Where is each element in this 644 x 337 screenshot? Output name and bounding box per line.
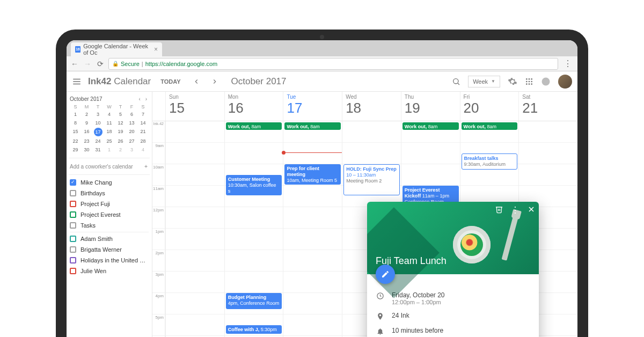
calendar-row[interactable]: Project Fuji: [70, 201, 149, 207]
minicalendar-day[interactable]: 10: [92, 119, 104, 127]
notifications-icon[interactable]: [541, 77, 551, 86]
calendar-event[interactable]: Prep for client meeting10am, Meeting Roo…: [284, 164, 341, 185]
day-header[interactable]: Sun15: [165, 92, 224, 121]
settings-icon[interactable]: [508, 77, 517, 86]
calendar-row[interactable]: Mike Chang: [70, 179, 149, 186]
minicalendar-day[interactable]: 14: [137, 119, 149, 127]
hamburger-icon[interactable]: [72, 77, 82, 86]
minicalendar-day[interactable]: 26: [115, 137, 126, 145]
minicalendar-day[interactable]: 5: [115, 111, 126, 118]
minicalendar-day[interactable]: 28: [137, 137, 149, 145]
search-icon[interactable]: [452, 77, 460, 86]
minicalendar-day[interactable]: 30: [81, 146, 92, 153]
minicalendar-day[interactable]: 9: [81, 119, 92, 127]
event-edit-button[interactable]: [376, 265, 395, 284]
calendar-checkbox[interactable]: [70, 268, 76, 274]
calendar-checkbox[interactable]: [70, 257, 76, 263]
minicalendar-day[interactable]: 27: [126, 137, 137, 145]
view-select[interactable]: Week ▼: [468, 76, 500, 87]
minicalendar-day[interactable]: 7: [137, 111, 149, 118]
minicalendar-day[interactable]: 13: [126, 119, 137, 127]
calendar-checkbox[interactable]: [70, 211, 76, 218]
calendar-row[interactable]: Adam Smith: [70, 236, 149, 242]
day-column[interactable]: [165, 121, 224, 337]
minicalendar-day[interactable]: 20: [126, 128, 137, 136]
event-more-icon[interactable]: ⋮: [511, 205, 519, 215]
today-button[interactable]: TODAY: [157, 76, 184, 87]
minicalendar-day[interactable]: 12: [115, 119, 126, 127]
minicalendar-day[interactable]: 3: [92, 111, 104, 118]
calendar-event[interactable]: Breakfast talks9:30am, Auditorium: [462, 153, 518, 170]
minicalendar-day[interactable]: 19: [115, 128, 126, 136]
calendar-checkbox[interactable]: [70, 246, 76, 253]
day-header[interactable]: Tue17: [283, 92, 342, 121]
reload-icon[interactable]: ⟳: [96, 59, 105, 69]
calendar-row[interactable]: Holidays in the United States: [70, 257, 149, 263]
event-close-icon[interactable]: [527, 205, 536, 215]
add-calendar-plus-icon[interactable]: ＋: [143, 163, 149, 170]
browser-tab[interactable]: 16 Google Calendar - Week of Oc ×: [71, 42, 162, 56]
minicalendar-day[interactable]: 17: [94, 128, 103, 136]
day-header[interactable]: Wed18: [342, 92, 401, 121]
calendar-checkbox[interactable]: [70, 222, 76, 229]
calendar-event[interactable]: Work out, 8am: [462, 122, 518, 130]
prev-period-icon[interactable]: [191, 78, 202, 85]
minicalendar-day[interactable]: 4: [104, 111, 115, 118]
apps-icon[interactable]: [525, 77, 533, 86]
next-period-icon[interactable]: [209, 78, 221, 85]
event-delete-icon[interactable]: [495, 205, 503, 215]
minicalendar-day[interactable]: 2: [115, 146, 126, 153]
calendar-row[interactable]: Brigatta Werner: [70, 246, 149, 253]
user-avatar[interactable]: [558, 75, 572, 89]
minicalendar-prev-icon[interactable]: ‹: [137, 96, 142, 102]
tab-close-icon[interactable]: ×: [154, 46, 158, 53]
forward-icon[interactable]: →: [83, 59, 92, 69]
calendar-row[interactable]: Birthdays: [70, 190, 149, 196]
calendar-event[interactable]: Work out, 8am: [402, 122, 459, 130]
day-column[interactable]: Work out, 8amPrep for client meeting10am…: [283, 121, 342, 337]
minicalendar-day[interactable]: 6: [126, 111, 137, 118]
back-icon[interactable]: ←: [70, 59, 79, 69]
minicalendar-day[interactable]: 22: [70, 137, 81, 145]
minicalendar-day[interactable]: 1: [70, 111, 81, 118]
calendar-row[interactable]: Julie Wen: [70, 268, 149, 274]
calendar-event[interactable]: Work out, 8am: [284, 122, 341, 130]
day-header[interactable]: Thu19: [401, 92, 460, 121]
calendar-row[interactable]: Tasks: [70, 222, 149, 229]
minicalendar-day[interactable]: 31: [92, 146, 104, 153]
minicalendar-day[interactable]: 25: [104, 137, 115, 145]
day-header[interactable]: Sat21: [518, 92, 577, 121]
minicalendar-day[interactable]: 29: [70, 146, 81, 153]
calendar-event[interactable]: HOLD: Fuji Sync Prep 10 – 11:30amMeeting…: [343, 164, 400, 195]
calendar-event[interactable]: Budget Planning4pm, Conference Room: [226, 293, 282, 309]
minicalendar-day[interactable]: 21: [137, 128, 149, 136]
minicalendar-day[interactable]: 8: [70, 119, 81, 127]
minicalendar-day[interactable]: 11: [104, 119, 115, 127]
browser-menu-icon[interactable]: ⋮: [561, 58, 574, 69]
url-input[interactable]: 🔒 Secure | https://calendar.google.com: [108, 58, 558, 70]
calendar-row[interactable]: Project Everest: [70, 211, 149, 218]
day-header[interactable]: Mon16: [224, 92, 283, 121]
minicalendar-day[interactable]: 15: [70, 128, 81, 136]
day-column[interactable]: Work out, 8amCustomer Meeting10:30am, Sa…: [224, 121, 283, 337]
minicalendar-day[interactable]: 24: [92, 137, 104, 145]
minicalendar-day[interactable]: 23: [81, 137, 92, 145]
minicalendar-grid[interactable]: SMTWTFS123456789101112131415161718192021…: [70, 104, 149, 153]
day-header[interactable]: Fri20: [460, 92, 519, 121]
calendar-event[interactable]: Coffee with J, 5:30pm: [226, 325, 282, 334]
minicalendar-next-icon[interactable]: ›: [144, 96, 149, 102]
minicalendar-day[interactable]: 3: [126, 146, 137, 153]
calendar-event[interactable]: Customer Meeting10:30am, Salon coffee s: [226, 175, 282, 195]
minicalendar-day[interactable]: 4: [137, 146, 149, 153]
calendar-checkbox[interactable]: [70, 201, 76, 207]
calendar-checkbox[interactable]: [70, 179, 76, 186]
minicalendar-day[interactable]: 16: [81, 128, 92, 136]
minicalendar-day[interactable]: 1: [104, 146, 115, 153]
calendar-checkbox[interactable]: [70, 190, 76, 196]
calendar-event[interactable]: Work out, 8am: [226, 122, 282, 130]
minicalendar-day[interactable]: 2: [81, 111, 92, 118]
minicalendar-dow: F: [126, 104, 137, 109]
calendar-checkbox[interactable]: [70, 236, 76, 242]
add-calendar-input[interactable]: Add a coworker's calendar: [70, 164, 133, 170]
minicalendar-day[interactable]: 18: [104, 128, 115, 136]
